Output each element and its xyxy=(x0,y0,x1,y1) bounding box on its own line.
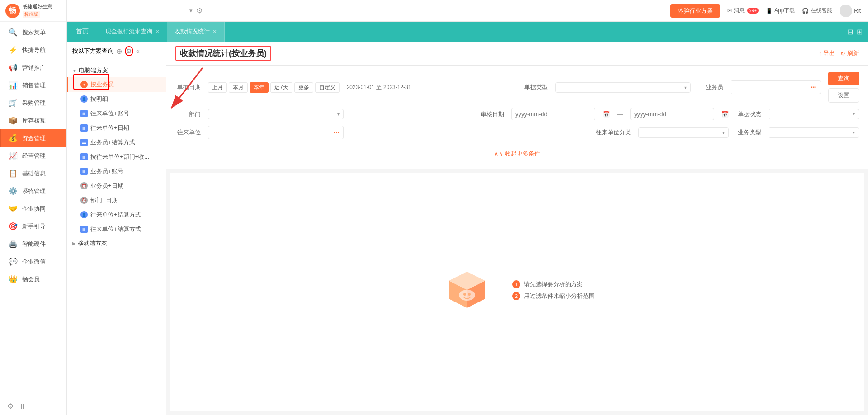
tab-collection-stats[interactable]: 收款情况统计 ✕ xyxy=(167,22,225,42)
settings-btn[interactable]: 设置 xyxy=(828,88,859,103)
review-date-start-input[interactable] xyxy=(511,108,595,120)
page-header: 收款情况统计(按业务员) ↑ 导出 ↻ 刷新 xyxy=(166,42,868,66)
wechat-icon: 💬 xyxy=(9,257,18,266)
page-title: 收款情况统计(按业务员) xyxy=(175,46,271,61)
sidebar-item-system[interactable]: ⚙️ 系统管理 xyxy=(0,182,66,200)
add-scheme-icon[interactable]: ⊕ xyxy=(116,47,122,56)
logo-text: 畅捷通好生意 xyxy=(23,3,52,9)
source-unit-category-label: 往来单位分类 xyxy=(596,128,631,137)
sidebar-item-member[interactable]: 👑 畅会员 xyxy=(0,270,66,288)
sidebar-item-search[interactable]: 🔍 搜索菜单 xyxy=(0,24,66,41)
tree-item-by-unit-date[interactable]: ▦ 往来单位+日期 xyxy=(67,121,166,135)
dept-arrow-icon: ▾ xyxy=(337,112,340,117)
tabbar-actions: ⊟ ⊞ xyxy=(842,22,868,42)
step-1-num: 1 xyxy=(512,280,520,288)
settings-scheme-icon[interactable]: ⚙ xyxy=(125,46,133,56)
settings-bottom-icon[interactable]: ⚙ xyxy=(7,402,14,410)
collapse-sidebar-icon[interactable]: ⏸ xyxy=(19,402,26,410)
sidebar-item-purchase-label: 采购管理 xyxy=(22,99,46,107)
tab-bank-flow-close-icon[interactable]: ✕ xyxy=(155,28,160,35)
topbar-gear-icon[interactable]: ⚙ xyxy=(196,6,203,15)
sidebar-item-hardware[interactable]: 🖨️ 智能硬件 xyxy=(0,235,66,253)
online-service-btn[interactable]: 🎧 在线客服 xyxy=(802,7,832,14)
collapse-panel-icon[interactable]: « xyxy=(136,47,140,55)
tab-minimize-icon[interactable]: ⊟ xyxy=(847,28,853,36)
sidebar-item-enterprise[interactable]: 🤝 企业协同 xyxy=(0,200,66,217)
tree-item-icon-salesperson: ● xyxy=(80,81,88,88)
tree-item-by-unit-settlement2[interactable]: ▦ 往来单位+结算方式 xyxy=(67,222,166,236)
date-btn-this-year[interactable]: 本年 xyxy=(250,82,269,93)
tree-item-icon-salesperson-account: ▦ xyxy=(80,168,88,175)
sidebar-item-quicknav[interactable]: ⚡ 快捷导航 xyxy=(0,41,66,59)
breadcrumb: ───────────────────────────── xyxy=(74,8,186,14)
date-quick-btns: 上月 本月 本年 近7天 更多 自定义 xyxy=(208,82,340,93)
tree-item-by-salesperson[interactable]: ● 按业务员 xyxy=(67,77,166,92)
tree-item-icon-unit-dept: ▦ xyxy=(80,153,88,160)
refresh-btn[interactable]: ↻ 刷新 xyxy=(840,49,859,57)
tree-item-by-dept-date-label: 部门+日期 xyxy=(90,196,118,204)
sidebar-item-inventory[interactable]: 📦 库存核算 xyxy=(0,112,66,129)
date-btn-last-month[interactable]: 上月 xyxy=(208,82,227,93)
date-btn-custom[interactable]: 自定义 xyxy=(315,82,340,93)
tree-group-mobile-header[interactable]: ▶ 移动端方案 xyxy=(67,236,166,250)
dropdown-arrow-icon[interactable]: ▾ xyxy=(189,7,193,14)
tree-item-by-salesperson-date[interactable]: ⏰ 业务员+日期 xyxy=(67,179,166,193)
tree-item-icon-salesperson-settlement: ▬ xyxy=(80,139,88,146)
topbar-right: 体验行业方案 ✉ 消息 99+ 📱 App下载 🎧 在线客服 Rit xyxy=(670,4,861,18)
enterprise-icon: 🤝 xyxy=(9,204,18,213)
dept-label: 部门 xyxy=(175,110,201,118)
sidebar-item-operations[interactable]: 📈 经营管理 xyxy=(0,147,66,165)
business-type-select[interactable]: ▾ xyxy=(769,127,859,138)
sidebar-item-guide[interactable]: 🎯 新手引导 xyxy=(0,217,66,235)
tree-item-by-unit-settlement2-label: 往来单位+结算方式 xyxy=(90,225,141,233)
calendar-icon-1[interactable]: 📅 xyxy=(603,111,610,118)
tree-group-desktop-header[interactable]: ▼ 电脑端方案 xyxy=(67,64,166,77)
tree-item-by-unit-dept-collection[interactable]: ▦ 按往来单位+部门+收... xyxy=(67,150,166,164)
sidebar-item-wechat[interactable]: 💬 企业微信 xyxy=(0,253,66,270)
source-unit-select[interactable]: ··· xyxy=(208,126,344,139)
empty-step-1: 1 请先选择要分析的方案 xyxy=(512,280,594,288)
review-date-end-input[interactable] xyxy=(630,108,714,120)
dept-select[interactable]: ▾ xyxy=(208,109,344,119)
date-btn-more[interactable]: 更多 xyxy=(294,82,313,93)
date-btn-this-month[interactable]: 本月 xyxy=(229,82,248,93)
collapse-bar[interactable]: ∧∧ 收起更多条件 xyxy=(175,145,859,162)
user-avatar-area[interactable]: Rit xyxy=(840,5,861,17)
query-btn[interactable]: 查询 xyxy=(828,72,859,85)
bill-type-select[interactable]: ▾ xyxy=(555,82,691,93)
tab-bank-flow[interactable]: 现金银行流水查询 ✕ xyxy=(98,22,167,42)
tree-item-by-detail[interactable]: 👤 按明细 xyxy=(67,92,166,106)
calendar-icon-2[interactable]: 📅 xyxy=(722,111,729,118)
salesperson-select[interactable]: ··· xyxy=(731,80,821,94)
tree-item-by-salesperson-settlement[interactable]: ▬ 业务员+结算方式 xyxy=(67,135,166,150)
trial-btn[interactable]: 体验行业方案 xyxy=(670,4,720,18)
sidebar-item-sales[interactable]: 📊 销售管理 xyxy=(0,76,66,94)
sidebar-bottom: ⚙ ⏸ xyxy=(0,397,66,415)
tree-item-by-unit-account[interactable]: ▦ 往来单位+账号 xyxy=(67,106,166,121)
sidebar-item-basic[interactable]: 📋 基础信息 xyxy=(0,165,66,182)
app-download-btn[interactable]: 📱 App下载 xyxy=(766,7,795,14)
sidebar-item-marketing[interactable]: 📢 营销推广 xyxy=(0,59,66,76)
tab-maximize-icon[interactable]: ⊞ xyxy=(857,28,863,36)
date-btn-last-7-days[interactable]: 近7天 xyxy=(270,82,292,93)
sidebar-item-purchase[interactable]: 🛒 采购管理 xyxy=(0,94,66,112)
tree-item-by-unit-settlement1[interactable]: 👤 往来单位+结算方式 xyxy=(67,208,166,222)
source-unit-category-select[interactable]: ▾ xyxy=(638,127,729,138)
tab-home[interactable]: 首页 xyxy=(67,22,98,42)
sidebar-item-finance[interactable]: 💰 资金管理 xyxy=(0,129,66,147)
page-header-actions: ↑ 导出 ↻ 刷新 xyxy=(819,49,859,57)
bill-status-select[interactable]: ▾ xyxy=(769,109,859,119)
tree-item-by-dept-date[interactable]: ⏰ 部门+日期 xyxy=(67,193,166,208)
filter-row-1: 单据日期 上月 本月 本年 近7天 更多 自定义 2023-01-01 至 20… xyxy=(175,72,859,103)
export-btn[interactable]: ↑ 导出 xyxy=(819,49,835,57)
sidebar-item-guide-label: 新手引导 xyxy=(22,222,46,231)
salesperson-dots-icon[interactable]: ··· xyxy=(811,83,817,91)
logo-icon: 畅 xyxy=(5,4,20,18)
messages-btn[interactable]: ✉ 消息 99+ xyxy=(727,7,759,14)
tab-collection-stats-close-icon[interactable]: ✕ xyxy=(212,28,217,35)
tree-item-by-salesperson-label: 按业务员 xyxy=(90,80,114,89)
inventory-icon: 📦 xyxy=(9,116,18,125)
tree-item-by-salesperson-account[interactable]: ▦ 业务员+账号 xyxy=(67,164,166,179)
source-unit-dots-icon[interactable]: ··· xyxy=(334,128,340,137)
business-type-label: 业务类型 xyxy=(736,128,761,137)
